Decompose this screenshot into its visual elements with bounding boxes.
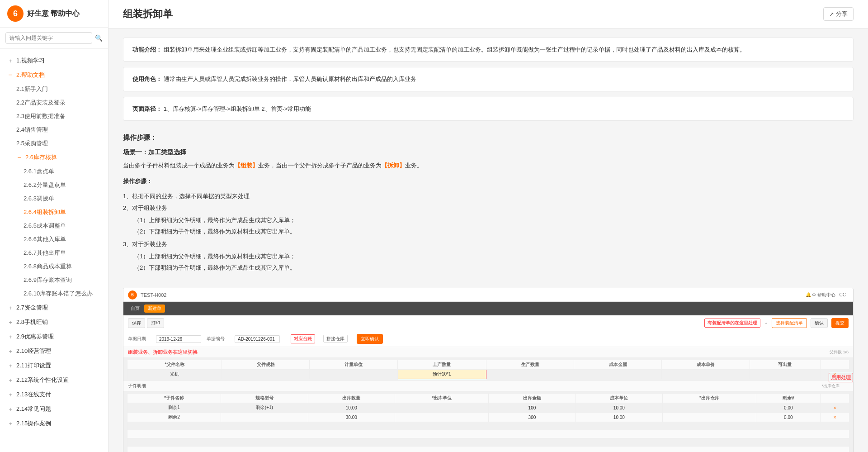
logo-text: 好生意 帮助中心 bbox=[27, 9, 80, 19]
sim-arrow-top: → bbox=[764, 321, 768, 325]
step-3-2: （2）下部明细为子件明细，最终作为产成品生成其它入库单。 bbox=[134, 262, 854, 274]
sim-section-top: 组装业务、拆卸业务在这里切换 父件数 1/6 bbox=[123, 347, 853, 358]
step-2: 2、对于组装业务 bbox=[123, 203, 854, 214]
sidebar-item-2-6-3[interactable]: 2.6.3调拨单 bbox=[0, 192, 108, 205]
sim-sub-label: 子件明细 bbox=[128, 383, 146, 389]
sim-nav-new[interactable]: 新建单 bbox=[144, 305, 165, 313]
sidebar-item-2-14-label: 2.14常见问题 bbox=[16, 405, 51, 413]
sim-annotation-right: 启用处理 bbox=[829, 373, 853, 382]
sim-table-row-b-2: 剩余2 30.00 300 10.00 0.00 × bbox=[127, 413, 849, 422]
sidebar-item-2-6-2[interactable]: 2.6.2分量盘点单 bbox=[0, 178, 108, 192]
sim-btn-submit[interactable]: 提交 bbox=[831, 318, 849, 328]
sidebar-item-2-5[interactable]: 2.5采购管理 bbox=[0, 137, 108, 150]
sim-table-bottom: *子件名称 规格型号 出库数量 *出库单位 出库金额 成本单位 *出库仓库 剩余… bbox=[127, 393, 849, 452]
search-box: 🔍 bbox=[0, 28, 108, 49]
sim-td-plan-1[interactable]: 预计10*1 bbox=[397, 370, 486, 379]
func-intro-text: 组装拆卸单用来处理企业组装或拆卸等加工业务，支持有固定装配清单的产品加工业务，也… bbox=[164, 46, 745, 53]
sim-btn-select-bom[interactable]: 选择装配清单 bbox=[772, 318, 807, 328]
sim-table-row-b-3 bbox=[127, 422, 849, 430]
minus-icon: − bbox=[7, 71, 14, 79]
sim-table-bottom-wrapper: *子件名称 规格型号 出库数量 *出库单位 出库金额 成本单位 *出库仓库 剩余… bbox=[123, 391, 853, 452]
sidebar-item-2-6-6[interactable]: 2.6.6其他入库单 bbox=[0, 233, 108, 246]
step-3-1: （1）上部明细为父件明细，最终作为原材料生成其它出库单； bbox=[134, 251, 854, 262]
sim-topbar-icons: 🔔 ⚙ 帮助中心 CC bbox=[806, 292, 846, 298]
func-intro-label: 功能介绍： bbox=[132, 46, 162, 53]
plus-icon-2-12: + bbox=[7, 377, 14, 384]
step-2-1: （1）上部明细为父件明细，最终作为产成品生成其它入库单； bbox=[134, 215, 854, 226]
sidebar-item-2-6[interactable]: − 2.6库存核算 bbox=[0, 150, 108, 165]
sim-annotation-middle: 组装业务、拆卸业务在这里切换 bbox=[128, 349, 198, 356]
plus-icon-2-15: + bbox=[7, 420, 14, 427]
sim-bth-spec: 规格型号 bbox=[221, 394, 308, 403]
plus-icon-2-7: + bbox=[7, 305, 14, 311]
sim-btn-confirm2[interactable]: 立即确认 bbox=[357, 334, 383, 344]
sidebar-item-2-13-label: 2.13在线支付 bbox=[16, 390, 51, 399]
sim-btd-del-1[interactable]: × bbox=[821, 403, 849, 413]
ops-section: 操作步骤： 场景一：加工类型选择 当由多个子件材料组装成一个成品的业务为【组装】… bbox=[123, 126, 854, 281]
sim-dept-input[interactable]: 拼接仓库 bbox=[323, 335, 348, 343]
sidebar-item-2-12[interactable]: + 2.12系统个性化设置 bbox=[0, 373, 108, 387]
sim-toolbar: 保存 打印 有装配清单的在这里处理 → 选择装配清单 确认 提交 bbox=[123, 315, 853, 331]
sidebar-item-2-6-7[interactable]: 2.6.7其他出库单 bbox=[0, 246, 108, 260]
sim-th-prod-qty: 生产数量 bbox=[486, 360, 574, 370]
sim-btd-outqty-1: 10.00 bbox=[308, 403, 395, 413]
share-button[interactable]: ↗ 分享 bbox=[823, 7, 854, 21]
sidebar-item-2-6-8[interactable]: 2.6.8商品成本重算 bbox=[0, 260, 108, 273]
sidebar-item-2-3[interactable]: 2.3使用前数据准备 bbox=[0, 109, 108, 123]
sim-td-costunit-1 bbox=[662, 370, 750, 379]
sidebar-item-2-6-1[interactable]: 2.6.1盘点单 bbox=[0, 165, 108, 178]
sim-td-spec-1 bbox=[222, 370, 310, 379]
sim-btn-confirm[interactable]: 确认 bbox=[811, 318, 828, 328]
sidebar-item-2-label: 2.帮助文档 bbox=[16, 71, 45, 79]
sim-btd-empty-3 bbox=[127, 422, 849, 430]
sidebar-item-2-10-label: 2.10经营管理 bbox=[16, 347, 51, 355]
sim-date-value[interactable]: 2019-12-26 bbox=[156, 335, 201, 343]
search-input[interactable] bbox=[5, 32, 92, 44]
sidebar-nav: + 1.视频学习 − 2.帮助文档 2.1新手入门 2.2产品安装及登录 2.3… bbox=[0, 49, 108, 452]
sim-num-label: 单据编号 bbox=[207, 336, 229, 342]
sidebar-item-2-2[interactable]: 2.2产品安装及登录 bbox=[0, 96, 108, 109]
sim-btd-costunit-2: 10.00 bbox=[576, 413, 662, 422]
sidebar-item-2-15-label: 2.15操作案例 bbox=[16, 419, 51, 428]
share-label: 分享 bbox=[836, 10, 848, 18]
sidebar-item-2-7[interactable]: + 2.7资金管理 bbox=[0, 300, 108, 315]
sidebar-item-2-11[interactable]: + 2.11打印设置 bbox=[0, 358, 108, 373]
plus-icon-2-14: + bbox=[7, 406, 14, 413]
sim-bth-action bbox=[821, 394, 849, 403]
sidebar-item-2-6-4[interactable]: 2.6.4组装拆卸单 bbox=[0, 205, 108, 219]
sim-btd-outwh-1 bbox=[663, 403, 756, 413]
ops-title: 操作步骤： bbox=[123, 133, 854, 142]
sim-num-value[interactable]: AD-20191226-001 bbox=[235, 335, 280, 343]
sidebar-item-2-6-9[interactable]: 2.6.9库存账本查询 bbox=[0, 273, 108, 287]
sidebar-item-2-8[interactable]: + 2.8手机旺铺 bbox=[0, 315, 108, 329]
sim-nav-home[interactable]: 自页 bbox=[127, 305, 143, 313]
search-button[interactable]: 🔍 bbox=[95, 34, 103, 42]
sim-bth-out-amt: 出库金额 bbox=[489, 394, 576, 403]
sidebar-item-2-15[interactable]: + 2.15操作案例 bbox=[0, 416, 108, 431]
sim-btd-outqty-2: 30.00 bbox=[308, 413, 395, 422]
sidebar-item-2-13[interactable]: + 2.13在线支付 bbox=[0, 387, 108, 402]
sidebar-item-2-4[interactable]: 2.4销售管理 bbox=[0, 123, 108, 137]
sidebar-item-2-10[interactable]: + 2.10经营管理 bbox=[0, 344, 108, 358]
sidebar-item-1[interactable]: + 1.视频学习 bbox=[0, 53, 108, 68]
sim-th-cost-unit: 成本单价 bbox=[662, 360, 750, 370]
step-2-2: （2）下部明细为子件明细，最终作为原材料生成其它出库单。 bbox=[134, 226, 854, 238]
step-1: 1、根据不同的业务，选择不同单据的类型来处理 bbox=[123, 191, 854, 202]
sidebar-item-2-11-label: 2.11打印设置 bbox=[16, 362, 51, 370]
sim-date-label: 单据日期 bbox=[128, 336, 151, 342]
sidebar-item-2-9[interactable]: + 2.9优惠券管理 bbox=[0, 329, 108, 344]
sidebar-item-2-14[interactable]: + 2.14常见问题 bbox=[0, 402, 108, 416]
sim-btn-save[interactable]: 保存 bbox=[128, 318, 145, 328]
sidebar-item-2-1[interactable]: 2.1新手入门 bbox=[0, 82, 108, 96]
sidebar-item-2-12-label: 2.12系统个性化设置 bbox=[16, 376, 69, 384]
sim-annotation-top: 有装配清单的在这里处理 bbox=[704, 319, 760, 328]
sim-btn-print[interactable]: 打印 bbox=[147, 318, 164, 328]
sidebar-item-2[interactable]: − 2.帮助文档 bbox=[0, 68, 108, 82]
sidebar-item-2-6-10[interactable]: 2.6.10库存账本错了怎么办 bbox=[0, 287, 108, 300]
sim-btd-spec-2 bbox=[221, 413, 308, 422]
sim-topbar: 6 TEST-H002 🔔 ⚙ 帮助中心 CC bbox=[123, 288, 853, 302]
step-3: 3、对于拆装业务 bbox=[123, 239, 854, 250]
sim-btd-costunit-1: 10.00 bbox=[576, 403, 662, 413]
sidebar-item-2-6-5[interactable]: 2.6.5成本调整单 bbox=[0, 219, 108, 233]
sim-btd-del-2[interactable]: × bbox=[821, 413, 849, 422]
